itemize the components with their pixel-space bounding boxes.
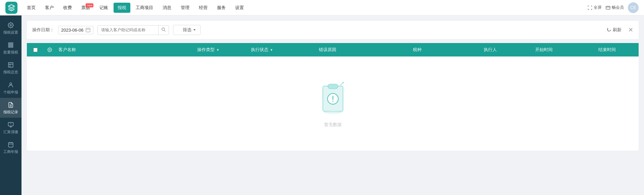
membership-button[interactable]: 畅会员 <box>606 5 624 10</box>
svg-rect-3 <box>8 45 13 46</box>
sidebar-item-tax-records[interactable]: 报税记录 <box>0 98 22 118</box>
nav-items: 首页客户收费票据new记账报税工商项目消息管理经营服务设置 <box>23 3 588 13</box>
settings-icon <box>47 47 52 52</box>
col-header-executor: 执行人 <box>468 47 512 53</box>
nav-item-services[interactable]: 服务 <box>213 3 230 13</box>
sidebar-item-tax-records-label: 报税记录 <box>3 110 18 114</box>
filter-label: 筛选 <box>183 27 191 33</box>
refresh-button[interactable]: 刷新 <box>607 27 621 33</box>
col-header-tax-type: 税种 <box>367 47 468 53</box>
table-body: 暂无数据 <box>27 56 639 151</box>
nav-item-billing[interactable]: 收费 <box>59 3 76 13</box>
search-box <box>97 25 169 35</box>
svg-rect-8 <box>8 122 13 126</box>
nav-item-accounts[interactable]: 记账 <box>95 3 112 13</box>
calendar-icon <box>86 28 90 32</box>
header-checkbox[interactable] <box>27 48 44 52</box>
nav-badge-invoice: new <box>86 3 93 8</box>
main-content: 操作日期： 2023-06-06 <box>22 15 644 195</box>
svg-line-18 <box>164 30 165 31</box>
svg-rect-2 <box>8 43 13 44</box>
col-header-end-time: 结束时间 <box>575 47 639 53</box>
membership-label: 畅会员 <box>612 5 624 10</box>
sidebar-item-settlement[interactable]: 汇算清缴 <box>0 118 22 138</box>
sidebar-item-tax-settings-label: 报税设置 <box>3 30 18 35</box>
sidebar-item-personal-tax-label: 个税申报 <box>3 90 18 94</box>
refresh-label: 刷新 <box>613 27 621 33</box>
user-avatar[interactable]: CE <box>628 2 639 13</box>
main-layout: 报税设置 批量报税 报税总览 <box>0 0 644 195</box>
sidebar-item-tax-overview[interactable]: 报税总览 <box>0 58 22 78</box>
app-logo[interactable] <box>5 2 17 14</box>
search-input[interactable] <box>98 26 158 34</box>
svg-point-27 <box>324 111 342 114</box>
records-icon <box>7 101 14 109</box>
sidebar-item-batch-tax[interactable]: 批量报税 <box>0 38 22 58</box>
gear-icon <box>7 22 14 29</box>
table-container: 客户名称 操作类型 ▼ 执行状态 ▼ 错误原因 税种 执行人 <box>27 43 639 151</box>
col-header-start-time: 开始时间 <box>512 47 575 53</box>
refresh-icon <box>607 28 611 32</box>
nav-item-tax[interactable]: 报税 <box>114 3 130 13</box>
batch-icon <box>7 41 14 49</box>
person-icon <box>7 81 14 89</box>
chevron-down-icon <box>193 28 196 32</box>
right-actions: 全屏 畅会员 CE <box>588 2 639 13</box>
select-all-checkbox[interactable] <box>33 48 38 52</box>
col-header-error-reason: 错误原因 <box>289 47 367 53</box>
nav-item-management[interactable]: 管理 <box>177 3 194 13</box>
close-button[interactable]: ✕ <box>628 26 633 34</box>
svg-rect-4 <box>8 46 13 47</box>
nav-item-home[interactable]: 首页 <box>23 3 40 13</box>
search-button[interactable] <box>158 26 169 35</box>
sidebar-item-annual-report-label: 工商年报 <box>3 150 18 154</box>
table-header: 客户名称 操作类型 ▼ 执行状态 ▼ 错误原因 税种 执行人 <box>27 43 639 56</box>
nav-item-customer[interactable]: 客户 <box>41 3 58 13</box>
overview-icon <box>7 61 14 69</box>
fullscreen-label: 全屏 <box>594 5 602 10</box>
svg-rect-21 <box>328 84 338 89</box>
filter-icon-exec-status: ▼ <box>270 48 273 52</box>
settlement-icon <box>7 121 14 128</box>
sidebar-item-batch-tax-label: 批量报税 <box>3 50 18 54</box>
empty-text: 暂无数据 <box>324 122 342 128</box>
svg-point-24 <box>332 101 333 102</box>
filter-icon-op-type: ▼ <box>216 48 219 52</box>
sidebar: 报税设置 批量报税 报税总览 <box>0 15 22 195</box>
svg-rect-0 <box>606 6 610 9</box>
sidebar-item-annual-report[interactable]: 工商年报 <box>0 138 22 157</box>
date-label: 操作日期： <box>32 27 54 33</box>
svg-rect-13 <box>86 28 90 32</box>
nav-item-business[interactable]: 工商项目 <box>132 3 157 13</box>
nav-item-operations[interactable]: 经营 <box>195 3 212 13</box>
svg-point-19 <box>49 49 50 50</box>
search-icon <box>161 27 166 32</box>
sidebar-item-tax-overview-label: 报税总览 <box>3 70 18 74</box>
empty-state: 暂无数据 <box>27 56 639 151</box>
filter-button[interactable]: 筛选 <box>173 25 201 35</box>
filter-bar: 操作日期： 2023-06-06 <box>27 21 639 39</box>
top-navigation: 首页客户收费票据new记账报税工商项目消息管理经营服务设置 全屏 畅会员 CE <box>0 0 644 15</box>
annual-icon <box>7 141 14 148</box>
date-picker[interactable]: 2023-06-06 <box>58 26 93 34</box>
svg-point-1 <box>10 25 12 26</box>
nav-item-messages[interactable]: 消息 <box>159 3 175 13</box>
sidebar-item-tax-settings[interactable]: 报税设置 <box>0 18 22 38</box>
svg-point-5 <box>10 83 12 85</box>
svg-point-17 <box>162 28 164 30</box>
filter-icon <box>177 28 181 32</box>
col-header-op-type[interactable]: 操作类型 ▼ <box>182 47 235 53</box>
col-header-exec-status[interactable]: 执行状态 ▼ <box>235 47 289 53</box>
header-settings[interactable] <box>44 47 56 52</box>
nav-item-settings[interactable]: 设置 <box>231 3 248 13</box>
fullscreen-button[interactable]: 全屏 <box>588 5 602 10</box>
date-value: 2023-06-06 <box>61 28 84 33</box>
nav-item-invoice[interactable]: 票据new <box>77 3 94 13</box>
col-header-client-name: 客户名称 <box>56 47 182 53</box>
svg-rect-9 <box>8 143 13 147</box>
sidebar-item-settlement-label: 汇算清缴 <box>3 130 18 134</box>
sidebar-item-personal-tax[interactable]: 个税申报 <box>0 78 22 98</box>
empty-illustration <box>316 79 350 116</box>
